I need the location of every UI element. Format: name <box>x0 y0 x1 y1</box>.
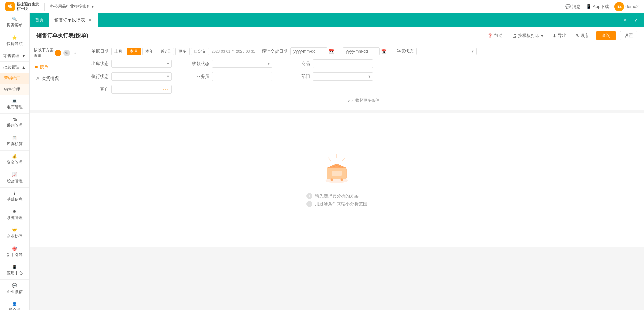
app-download-icon: 📱 <box>586 4 591 9</box>
sidebar-item-basic[interactable]: ℹ 基础信息 <box>0 188 29 206</box>
customer-label: 客户 <box>89 86 109 92</box>
filter-option-owe-info[interactable]: ⏱ 欠货情况 <box>30 73 83 84</box>
tab-close-button[interactable]: ✕ <box>87 17 92 23</box>
tab-bar: 首页 销售订单执行表 ✕ ✕ ⤢ <box>30 13 644 27</box>
page-header: 销售订单执行表(按单) ❓ 帮助 🖨 按模板打印 ▾ ⬇ 导出 <box>30 27 644 43</box>
field-execution: 执行状态 <box>89 72 182 81</box>
calendar-end-icon[interactable]: 📅 <box>381 49 387 54</box>
sidebar-item-enterprise[interactable]: 🤝 企业协同 <box>0 224 29 243</box>
salesman-field[interactable]: ··· <box>212 72 272 81</box>
tab-expand-button[interactable]: ⤢ <box>632 16 640 24</box>
sidebar-item-label: 搜索菜单 <box>7 22 23 28</box>
svg-rect-8 <box>331 179 333 181</box>
customer-field[interactable]: ··· <box>111 85 172 94</box>
breadcrumb[interactable]: 办公用品行业模拟账套 ▾ <box>50 4 94 9</box>
svg-rect-7 <box>332 171 342 176</box>
sidebar-item-operations[interactable]: 📈 经营管理 <box>0 169 29 188</box>
sidebar: 🔍 搜索菜单 ⭐ 快捷导航 零售管理 ▼ 批发管理 ▲ 营销推广 销售管理 💻 <box>0 13 30 310</box>
date-custom-btn[interactable]: 自定义 <box>191 48 209 55</box>
sidebar-item-purchase[interactable]: 🛍 采购管理 <box>0 114 29 132</box>
sidebar-item-finance[interactable]: 💰 资金管理 <box>0 151 29 169</box>
logo-icon: 畅 <box>5 2 15 11</box>
date-this-month-btn[interactable]: 本月 <box>127 48 141 55</box>
department-label: 部门 <box>290 73 310 80</box>
empty-step-1-text: 请先选择要分析的方案 <box>315 193 359 199</box>
step-1-number: 1 <box>306 193 312 199</box>
salesman-dots-icon[interactable]: ··· <box>263 74 269 79</box>
sidebar-item-app-center[interactable]: 📱 应用中心 <box>0 261 29 280</box>
sidebar-item-search[interactable]: 🔍 搜索菜单 <box>0 13 29 32</box>
execution-label: 执行状态 <box>89 73 109 80</box>
settings-button[interactable]: 设置 <box>620 31 637 40</box>
execution-select[interactable] <box>111 72 172 81</box>
expected-date-start-input[interactable] <box>290 47 327 55</box>
filter-edit-button[interactable]: ✎ <box>63 50 70 56</box>
status-select[interactable]: ▾ <box>416 48 477 55</box>
filter-collapse-button[interactable]: « <box>72 50 79 56</box>
message-icon: 💬 <box>565 4 571 9</box>
app-download-button[interactable]: 📱 App下载 <box>586 4 609 10</box>
sidebar-item-label: 新手引导 <box>7 252 23 258</box>
sidebar-item-inventory[interactable]: 📋 库存核算 <box>0 132 29 151</box>
sidebar-item-ecommerce[interactable]: 💻 电商管理 <box>0 95 29 114</box>
user-menu[interactable]: Ea demo2 <box>614 2 639 11</box>
date-last7-btn[interactable]: 近7天 <box>158 48 174 55</box>
payment-select[interactable] <box>212 60 272 68</box>
template-print-button[interactable]: 🖨 按模板打印 ▾ <box>509 31 546 40</box>
svg-rect-9 <box>341 179 343 181</box>
expected-date-range: 📅 — 📅 <box>290 47 387 55</box>
date-more-btn[interactable]: 更多 <box>175 48 190 55</box>
calendar-start-icon[interactable]: 📅 <box>329 49 334 54</box>
help-button[interactable]: ❓ 帮助 <box>485 31 505 40</box>
message-button[interactable]: 💬 消息 <box>565 4 581 10</box>
search-button[interactable]: 查询 <box>596 31 616 40</box>
logo-area: 畅 畅捷通好生意 标准版 <box>5 2 39 11</box>
date-this-year-btn[interactable]: 本年 <box>142 48 156 55</box>
field-expected-date: 预计交货日期 📅 — 📅 <box>262 47 387 55</box>
execution-select-wrapper <box>111 72 172 81</box>
filter-option-by-order[interactable]: 按单 <box>30 61 83 73</box>
collapse-more-button[interactable]: ∧∧ 收起更多条件 <box>89 98 639 103</box>
sidebar-item-wholesale[interactable]: 批发管理 ▲ <box>0 62 29 73</box>
tab-sales-order[interactable]: 销售订单执行表 ✕ <box>49 13 98 27</box>
date-last-month-btn[interactable]: 上月 <box>111 48 125 55</box>
gear-icon: ⚙ <box>13 209 16 214</box>
shipment-select[interactable] <box>111 60 172 68</box>
filter-add-button[interactable]: + <box>55 50 61 56</box>
breadcrumb-arrow-icon: ▾ <box>92 4 94 9</box>
field-department: 部门 <box>290 72 384 81</box>
shipment-select-wrapper <box>111 60 172 68</box>
refresh-button[interactable]: ↻ 刷新 <box>573 31 592 40</box>
empty-step-2: 2 用过滤条件来缩小分析范围 <box>306 201 367 207</box>
department-select[interactable] <box>313 72 373 81</box>
tab-home-label: 首页 <box>35 17 44 23</box>
goods-field[interactable]: ··· <box>313 59 373 68</box>
goods-dots-icon[interactable]: ··· <box>364 61 370 66</box>
search-row-3: 执行状态 业务员 ··· <box>89 72 639 81</box>
sidebar-item-wechat[interactable]: 💬 企业微信 <box>0 280 29 298</box>
field-salesman: 业务员 ··· <box>189 72 283 81</box>
clock-icon: ⏱ <box>35 76 40 81</box>
sidebar-sub-item-marketing[interactable]: 营销推广 <box>0 73 29 84</box>
sidebar-sub-item-sales[interactable]: 销售管理 <box>0 84 29 95</box>
tab-close-all-button[interactable]: ✕ <box>621 16 629 24</box>
print-icon: 🖨 <box>512 33 517 38</box>
sidebar-item-quick-nav[interactable]: ⭐ 快捷导航 <box>0 32 29 50</box>
sidebar-item-label: 企业协同 <box>7 234 23 239</box>
search-row-1: 单据日期 上月 本月 本年 近7天 更多 自定义 20 <box>89 47 639 55</box>
page-content: 销售订单执行表(按单) ❓ 帮助 🖨 按模板打印 ▾ ⬇ 导出 <box>30 27 644 310</box>
expected-date-end-input[interactable] <box>343 47 380 55</box>
date-range-buttons: 上月 本月 本年 近7天 更多 自定义 <box>111 48 209 55</box>
sidebar-item-system[interactable]: ⚙ 系统管理 <box>0 206 29 224</box>
divider <box>44 3 45 11</box>
search-row-4: 客户 ··· <box>89 85 639 94</box>
sidebar-item-member[interactable]: 👤 畅会员 <box>0 298 29 310</box>
customer-dots-icon[interactable]: ··· <box>163 87 169 92</box>
step-2-number: 2 <box>306 201 312 207</box>
expected-date-label: 预计交货日期 <box>262 48 288 54</box>
tab-home[interactable]: 首页 <box>30 13 49 27</box>
sidebar-section-retail: 零售管理 ▼ <box>0 50 29 62</box>
export-button[interactable]: ⬇ 导出 <box>550 31 569 40</box>
sidebar-item-newbie[interactable]: 🎯 新手引导 <box>0 243 29 261</box>
sidebar-item-retail[interactable]: 零售管理 ▼ <box>0 50 29 61</box>
